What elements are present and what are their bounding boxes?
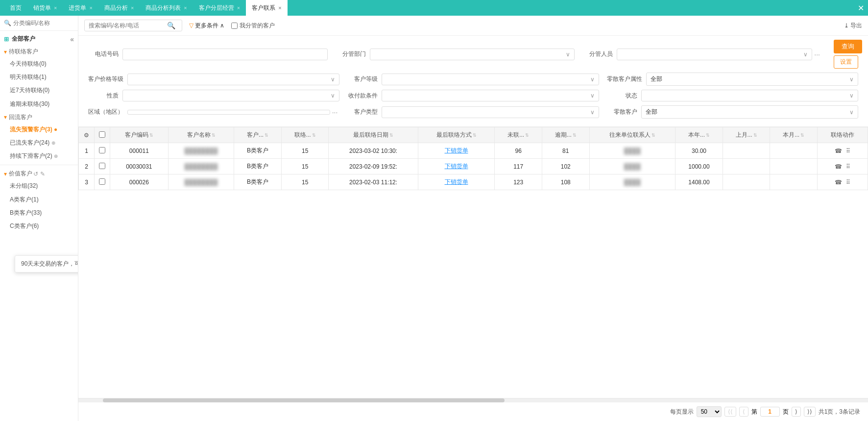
- sidebar-item-churned[interactable]: 已流失客户(24) ⊕: [0, 136, 78, 149]
- price-grade-select[interactable]: ∨: [127, 74, 339, 85]
- sidebar-item-tomorrow[interactable]: 明天待联络(1): [0, 71, 78, 84]
- tab-product-list[interactable]: 商品分析列表 ×: [140, 0, 193, 16]
- row3-checkbox[interactable]: [95, 174, 110, 190]
- row2-checkbox[interactable]: [95, 159, 110, 174]
- region-select[interactable]: [127, 110, 330, 115]
- my-customers-checkbox[interactable]: [231, 23, 238, 29]
- query-button[interactable]: 查询: [834, 40, 862, 53]
- row2-action-icons[interactable]: ☎ ⠿: [834, 163, 851, 170]
- my-customers-checkbox-wrap[interactable]: 我分管的客户: [231, 22, 275, 30]
- row1-action-icons[interactable]: ☎ ⠿: [834, 148, 851, 154]
- th-settings[interactable]: ⚙: [79, 127, 95, 143]
- row2-seq: 2: [79, 159, 95, 174]
- region-more-btn[interactable]: ···: [330, 108, 340, 116]
- th-unit-contact[interactable]: 往来单位联系人⇅: [589, 127, 675, 143]
- refresh-icon[interactable]: ↺: [33, 171, 38, 177]
- row3-method[interactable]: 下销货单: [418, 174, 495, 190]
- tab-customer-contact[interactable]: 客户联系 ×: [246, 0, 287, 16]
- sidebar-item-b-class[interactable]: B类客户(33): [0, 206, 78, 220]
- th-overdue[interactable]: 逾期...⇅: [542, 127, 589, 143]
- customer-type-select[interactable]: ∨: [382, 106, 599, 118]
- next-page-btn[interactable]: ⟩: [792, 407, 801, 417]
- row2-check[interactable]: [99, 163, 105, 169]
- retail-customer-select[interactable]: 全部 ∨: [641, 105, 858, 119]
- sidebar-group-value[interactable]: ▾ 价值客户 ↺ ✎: [0, 167, 78, 179]
- retail-attr-select[interactable]: 全部 ∨: [646, 73, 858, 86]
- export-button[interactable]: ⤓ 导出: [844, 22, 862, 30]
- more-conditions-button[interactable]: ▽ 更多条件 ∧: [186, 20, 227, 31]
- th-last-method[interactable]: 最后联络方式⇅: [418, 127, 495, 143]
- dept-select[interactable]: ∨: [370, 49, 575, 60]
- search-button[interactable]: 🔍: [167, 22, 175, 29]
- settings-button[interactable]: 设置: [834, 55, 858, 69]
- th-contact-count[interactable]: 联络...⇅: [281, 127, 329, 143]
- manager-more-btn[interactable]: ···: [812, 50, 822, 58]
- row2-contact-icon[interactable]: ☎: [835, 163, 842, 170]
- filter-row-1: 电话号码 分管部门 ∨ 分管人员 ∨ ···: [84, 40, 862, 69]
- tab-product-analysis-close[interactable]: ×: [131, 5, 134, 11]
- horizontal-scrollbar[interactable]: [78, 398, 868, 402]
- sidebar-item-ungroup[interactable]: 未分组(32): [0, 179, 78, 193]
- sidebar-search-input[interactable]: [13, 20, 78, 26]
- tab-customer-tier-close[interactable]: ×: [237, 5, 240, 11]
- sidebar-group-retention[interactable]: ▾ 回流客户: [0, 111, 78, 123]
- scrollbar-thumb[interactable]: [103, 398, 505, 402]
- sidebar-root[interactable]: ⊞ 全部客户 «: [0, 31, 78, 45]
- manager-select[interactable]: ∨: [617, 49, 812, 60]
- sidebar-item-churn-warning[interactable]: 流失预警客户(3) ●: [0, 123, 78, 136]
- tab-sales-close[interactable]: ×: [54, 5, 57, 11]
- sidebar-item-today[interactable]: 今天待联络(0): [0, 57, 78, 71]
- tab-purchase-close[interactable]: ×: [89, 5, 92, 11]
- row3-check[interactable]: [99, 178, 105, 185]
- th-name[interactable]: 客户名称⇅: [168, 127, 234, 143]
- tab-customer-tier[interactable]: 客户分层经营 ×: [193, 0, 246, 16]
- customer-type-arrow-icon: ∨: [590, 109, 595, 116]
- th-this-month[interactable]: 本月...⇅: [770, 127, 818, 143]
- row1-checkbox[interactable]: [95, 143, 110, 159]
- row1-more-icon[interactable]: ⠿: [846, 148, 850, 154]
- row3-contact-icon[interactable]: ☎: [835, 179, 842, 186]
- tab-home[interactable]: 首页: [4, 0, 27, 16]
- per-page-select[interactable]: 50 100: [697, 406, 722, 417]
- last-page-btn[interactable]: ⟩⟩: [804, 407, 816, 417]
- th-checkbox[interactable]: [95, 127, 110, 143]
- th-unlisted[interactable]: 未联...⇅: [495, 127, 542, 143]
- tab-customer-contact-close[interactable]: ×: [278, 5, 281, 11]
- customer-grade-select[interactable]: ∨: [382, 74, 599, 85]
- th-last-date[interactable]: 最后联络日期⇅: [329, 127, 418, 143]
- sidebar-item-overdue[interactable]: 逾期未联络(30): [0, 98, 78, 111]
- sidebar-item-declining[interactable]: 持续下滑客户(2) ⊕: [0, 149, 78, 163]
- row1-contact-icon[interactable]: ☎: [835, 148, 842, 154]
- sidebar-collapse-btn[interactable]: «: [70, 35, 74, 43]
- row1-method[interactable]: 下销货单: [418, 143, 495, 159]
- tab-product-analysis[interactable]: 商品分析 ×: [98, 0, 140, 16]
- tab-product-list-close[interactable]: ×: [184, 5, 187, 11]
- tab-sales[interactable]: 销货单 ×: [27, 0, 63, 16]
- status-select[interactable]: ∨: [641, 90, 858, 101]
- prev-page-btn[interactable]: ⟨: [739, 407, 748, 417]
- phone-input[interactable]: [122, 49, 328, 60]
- payment-select[interactable]: ∨: [382, 90, 599, 101]
- row1-check[interactable]: [99, 147, 105, 153]
- sidebar-item-week[interactable]: 近7天待联络(0): [0, 84, 78, 97]
- row3-more-icon[interactable]: ⠿: [846, 179, 850, 186]
- row3-action-icons[interactable]: ☎ ⠿: [834, 179, 851, 186]
- sidebar-item-a-class[interactable]: A类客户(1): [0, 193, 78, 206]
- search-input[interactable]: [89, 22, 167, 29]
- th-last-month[interactable]: 上月...⇅: [723, 127, 770, 143]
- sidebar-item-c-class[interactable]: C类客户(6): [0, 220, 78, 233]
- sidebar-group-pending[interactable]: ▾ 待联络客户: [0, 45, 78, 57]
- page-input[interactable]: [760, 407, 780, 417]
- filter-price-grade: 客户价格等级 ∨: [84, 74, 343, 85]
- row2-more-icon[interactable]: ⠿: [846, 163, 850, 170]
- row2-method[interactable]: 下销货单: [418, 159, 495, 174]
- tab-purchase[interactable]: 进货单 ×: [63, 0, 98, 16]
- close-all-tabs[interactable]: ✕: [858, 3, 864, 13]
- th-customer-type[interactable]: 客户...⇅: [234, 127, 282, 143]
- th-year-amount[interactable]: 本年...⇅: [675, 127, 723, 143]
- edit-icon[interactable]: ✎: [40, 171, 45, 177]
- first-page-btn[interactable]: ⟨⟨: [724, 407, 736, 417]
- select-all-checkbox[interactable]: [99, 131, 105, 138]
- nature-select[interactable]: ∨: [122, 90, 339, 101]
- th-code[interactable]: 客户编码⇅: [110, 127, 169, 143]
